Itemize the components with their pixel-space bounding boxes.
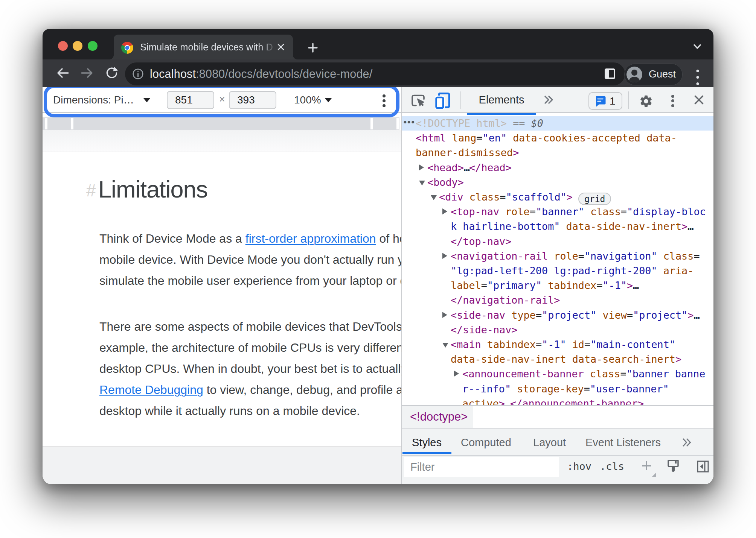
device-toolbar-toggle-icon[interactable]: [435, 92, 451, 109]
dom-tree-row[interactable]: <side-nav type="project" view="project">…: [402, 308, 713, 322]
dimensions-select[interactable]: Dimensions: Pi…: [53, 87, 134, 113]
code-token-tag: >: [499, 398, 505, 405]
code-token-pln: [481, 339, 487, 350]
traffic-zoom-button[interactable]: [88, 41, 98, 51]
media-bar-mark: [45, 118, 47, 129]
styles-tab-underline: [402, 452, 451, 454]
side-panel-icon[interactable]: [605, 68, 615, 79]
rendering-brush-icon[interactable]: [667, 459, 679, 474]
zoom-select[interactable]: 100%: [294, 87, 321, 113]
expand-arrow-icon[interactable]: [442, 253, 447, 259]
device-toolbar-menu-button[interactable]: [381, 93, 387, 108]
code-token-tag: <main: [451, 339, 481, 350]
toggle-cls-button[interactable]: .cls: [600, 456, 624, 477]
dom-node-code: banner-dismissed>: [416, 145, 519, 160]
grid-badge[interactable]: grid: [578, 193, 611, 205]
dom-tree-row[interactable]: k hairline-bottom" data-side-nav-inert>…: [402, 219, 713, 234]
code-token-val: "project": [633, 309, 687, 321]
collapse-arrow-icon[interactable]: [442, 343, 448, 348]
code-token-tag: <body>: [427, 176, 464, 188]
expand-arrow-icon[interactable]: [454, 371, 459, 377]
dom-node-code: data-side-nav-inert data-search-inert>: [451, 352, 681, 366]
paragraph: Think of Device Mode as a first-order ap…: [99, 228, 402, 291]
back-button[interactable]: [56, 66, 70, 80]
dom-tree-row[interactable]: <announcement-banner class="banner banne: [402, 366, 713, 381]
toggle-hov-button[interactable]: :hov: [567, 456, 591, 477]
reload-button[interactable]: [105, 66, 119, 80]
tab-close-icon[interactable]: [277, 43, 285, 51]
styles-filter-input[interactable]: Filter: [404, 457, 559, 477]
code-token-pln: [548, 250, 554, 262]
dom-tree-row[interactable]: </navigation-rail>: [402, 293, 713, 307]
expand-arrow-icon[interactable]: [442, 312, 447, 318]
tab-event-listeners[interactable]: Event Listeners: [585, 429, 661, 455]
browser-menu-button[interactable]: [695, 69, 700, 86]
dom-tree-row[interactable]: "lg:pad-left-200 lg:pad-right-200" aria-: [402, 263, 713, 278]
code-token-pln: =: [536, 309, 542, 321]
tab-computed[interactable]: Computed: [461, 429, 511, 455]
forward-button[interactable]: [80, 66, 94, 80]
paragraph-line: desktop CPUs. When in doubt, your best b…: [99, 358, 402, 379]
device-height-input[interactable]: 393: [229, 91, 276, 109]
dom-tree-row[interactable]: <div class="scaffold">grid: [402, 190, 713, 204]
browser-tab[interactable]: Simulate mobile devices with D: [114, 35, 293, 59]
more-tabs-icon[interactable]: [544, 95, 554, 104]
code-token-att: data-side-nav-inert: [451, 353, 566, 365]
traffic-minimize-button[interactable]: [73, 41, 82, 51]
site-info-icon[interactable]: [133, 68, 143, 79]
tab-search-chevron-icon[interactable]: [694, 44, 701, 49]
dom-tree-row[interactable]: <html lang="en" data-cookies-accepted da…: [402, 131, 713, 145]
devtools-menu-button[interactable]: [670, 95, 675, 107]
text-link[interactable]: first-order approximation: [245, 232, 376, 245]
settings-gear-icon[interactable]: [639, 94, 653, 108]
heading-anchor-hash[interactable]: #: [86, 180, 96, 201]
paragraph-line: Think of Device Mode as a first-order ap…: [99, 228, 402, 249]
dom-tree-row[interactable]: <main tabindex="-1" id="main-content": [402, 337, 713, 352]
devtools-close-icon[interactable]: [694, 95, 704, 105]
dom-tree-row[interactable]: </side-nav>: [402, 322, 713, 337]
dom-tree-row[interactable]: <navigation-rail role="navigation" class…: [402, 249, 713, 263]
code-token-val: "-1": [602, 280, 627, 291]
media-bar-mark: [396, 118, 399, 129]
tab-styles[interactable]: Styles: [412, 429, 442, 455]
issues-button[interactable]: 1: [588, 92, 622, 110]
expand-arrow-icon[interactable]: [442, 208, 447, 214]
dom-tree-row[interactable]: <body>: [402, 175, 713, 190]
dom-tree-row[interactable]: r--info" storage-key="user-banner": [402, 381, 713, 396]
collapse-arrow-icon[interactable]: [419, 181, 425, 185]
code-token-att: data-: [646, 132, 677, 144]
code-token-val: k hairline-bottom": [451, 220, 560, 232]
dom-node-code: </navigation-rail>: [451, 293, 560, 307]
toggle-sidebar-icon[interactable]: [697, 460, 709, 473]
dom-tree-row[interactable]: <top-nav role="banner" class="display-bl…: [402, 204, 713, 219]
device-width-input[interactable]: 851: [167, 91, 214, 109]
media-query-bar[interactable]: [43, 117, 399, 130]
dom-tree-row[interactable]: </top-nav>: [402, 234, 713, 249]
inspect-element-icon[interactable]: [411, 94, 425, 108]
text-link[interactable]: Remote Debugging: [99, 383, 203, 397]
tab-layout[interactable]: Layout: [533, 429, 566, 455]
collapse-arrow-icon[interactable]: [431, 195, 437, 200]
code-token-val: "banner": [536, 206, 584, 217]
new-style-rule-icon[interactable]: [640, 460, 657, 477]
dom-tree-row[interactable]: label="primary" tabindex="-1">…: [402, 278, 713, 293]
dom-tree-row[interactable]: data-side-nav-inert data-search-inert>: [402, 352, 713, 366]
tab-elements[interactable]: Elements: [467, 87, 536, 113]
dom-tree-row[interactable]: <head>…</head>: [402, 160, 713, 175]
dom-tree-row[interactable]: active>…</announcement-banner>: [402, 396, 713, 405]
code-token-pln: [463, 191, 469, 203]
code-token-att: tabindex: [548, 280, 596, 291]
code-token-pln: [657, 265, 663, 277]
url-bar[interactable]: localhost:8080/docs/devtools/device-mode…: [125, 62, 625, 85]
breadcrumb-doctype[interactable]: <!doctype>: [402, 406, 473, 428]
dom-tree-row[interactable]: banner-dismissed>: [402, 145, 713, 160]
devtools-panel: Elements 1: [401, 87, 713, 484]
profile-button[interactable]: Guest: [624, 64, 683, 85]
dom-tree-row-selected[interactable]: •••<!DOCTYPE html> == $0: [402, 116, 713, 131]
expand-arrow-icon[interactable]: [419, 164, 424, 170]
sidebar-more-tabs-icon[interactable]: [682, 438, 692, 447]
new-tab-button[interactable]: [308, 43, 318, 53]
paragraph-line: mobile device. With Device Mode you don'…: [99, 249, 402, 270]
code-token-ell: …: [633, 280, 638, 291]
traffic-close-button[interactable]: [58, 41, 68, 51]
